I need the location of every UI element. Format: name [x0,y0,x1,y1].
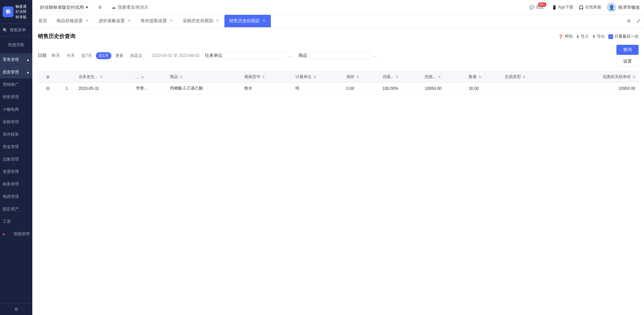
module-selector[interactable]: 好业财标准版交付试用 ▾ [36,3,92,12]
sidebar-item-ecommerce[interactable]: 电商管理 [0,190,32,203]
export-button[interactable]: ⬆ 导出 [592,34,605,39]
col-discount1[interactable]: 优惠... ⇅ [379,71,422,83]
message-button[interactable]: 💬 消息 99+ [529,4,544,10]
mobile-icon: 📱 [552,5,557,10]
sidebar-item-ecommerce-small[interactable]: 小畅电商 [0,103,32,116]
sidebar-item-label: 总账管理 [3,156,19,162]
col-price[interactable]: 报价 ⇅ [343,71,379,83]
date-option-last7[interactable]: 近7天 [79,52,95,59]
date-option-custom[interactable]: 自定义 [128,52,145,59]
date-option-today[interactable]: 今天 [64,52,77,59]
row-gear-cell[interactable]: ⚙ [38,83,59,94]
sort-icon: ⇅ [262,75,265,79]
sidebar: 畅 畅捷通好业财 标准版 🔍 搜索菜单 快捷导航 零售管理 ▲ 批发管理 ▲ 营… [0,0,32,315]
only-last-checkbox[interactable]: ✓ [608,34,613,39]
col-gear[interactable]: ⚙ [38,71,59,83]
customer-filter-input-wrap: ... [225,51,293,60]
page-title: 销售历史价查询 [38,33,75,40]
settings-icon[interactable]: ⚙ [14,307,18,312]
customer-more-button[interactable]: ... [287,53,293,59]
tab-home[interactable]: 首页 [34,15,52,28]
help-button[interactable]: ❓ 帮助 [558,34,573,39]
product-filter-group: 商品 ... [298,51,378,60]
product-input[interactable] [310,51,370,60]
filter-settings-button[interactable]: 设置 [616,56,639,66]
only-last-checkbox-label[interactable]: ✓ 只看最后一次 [608,34,639,39]
message-icon: 💬 [529,5,534,10]
sidebar-item-payroll[interactable]: 工资 [0,215,32,228]
sidebar-item-invoice[interactable]: 发票管理 [0,166,32,178]
topbar-settings-button[interactable]: ⚙ [95,3,105,12]
col-more[interactable]: ... ⇅ [133,71,167,83]
sidebar-item-tax[interactable]: 税务管理 [0,178,32,190]
topbar-right: 💬 消息 99+ 📱 App下载 🎧 在线客服 👤 徐泽华修改 [529,3,640,12]
app-logo-icon: 畅 [3,6,13,17]
product-more-button[interactable]: ... [372,53,378,59]
module-selector-text: 好业财标准版交付试用 [40,4,84,10]
sidebar-search[interactable]: 🔍 搜索菜单 [0,24,32,37]
sidebar-item-retail[interactable]: 零售管理 ▲ [0,54,32,66]
sidebar-item-assets[interactable]: 固定资产 [0,203,32,215]
sidebar-item-quicknav[interactable]: 快捷导航 [0,39,32,50]
app-logo-text: 畅捷通好业财 标准版 [15,4,30,20]
sidebar-item-label: 电商管理 [3,194,19,200]
col-discount2[interactable]: 优惠... ⇅ [421,71,465,83]
sort-icon: ⇅ [523,75,525,79]
tab-close-window-button[interactable]: ✕ [624,16,633,26]
page-actions: ❓ 帮助 ⬇ 导入 ⬆ 导出 ✓ 只看最后一次 [558,34,639,39]
sidebar-item-finance[interactable]: 资金管理 [0,141,32,153]
tab-close-purchase-history[interactable]: ✕ [215,18,220,23]
sidebar-item-sales[interactable]: 销售管理 [0,91,32,103]
tab-product-price[interactable]: 商品价格设置 ✕ [52,15,94,28]
date-option-last1m[interactable]: 近1月 [96,52,112,59]
sidebar-item-ledger[interactable]: 总账管理 [0,153,32,166]
date-option-more[interactable]: 更多 [113,52,126,59]
sidebar-item-label: 固定资产 [3,206,19,212]
app-download-button[interactable]: 📱 App下载 [552,4,573,10]
user-menu[interactable]: 👤 徐泽华修改 [607,3,640,12]
sort-icon: ⇅ [438,75,441,79]
row-discount2-cell: 10950.00 [421,83,465,94]
date-range-text: 2023-05-02 至 2023-06-02 [152,53,199,59]
tab-price-extract[interactable]: 售价提取设置 ✕ [136,15,178,28]
tab-close-product-price[interactable]: ✕ [85,18,89,23]
sidebar-item-marketing[interactable]: 营销推广 [0,78,32,91]
row-gear-icon[interactable]: ⚙ [46,86,50,91]
customer-input[interactable] [225,51,286,60]
sidebar-item-purchase[interactable]: 采购管理 [0,116,32,128]
sidebar-item-inventory[interactable]: 库存核算 [0,128,32,141]
tab-maximize-button[interactable]: ⤢ [634,16,643,26]
help-icon: ❓ [558,34,563,39]
col-qty[interactable]: 数量 ⇅ [465,71,501,83]
customer-service-button[interactable]: 🎧 在线客服 [579,4,601,10]
sidebar-item-wholesale[interactable]: 批发管理 ▲ [0,66,32,78]
main-area: 好业财标准版交付试用 ▾ ⚙ ☁ 我要看实例演示 💬 消息 99+ 📱 App下… [32,0,644,315]
tab-close-purchase-strategy[interactable]: ✕ [127,18,131,23]
col-date[interactable]: 业务发生... ⇅ [75,71,132,83]
col-pretax-price[interactable]: 优惠前无税单价 ⇅ [565,71,639,83]
table-header-row: ⚙ 业务发生... ⇅ ... ⇅ 商品 ⇅ [38,71,639,83]
export-icon: ⬆ [592,34,596,39]
sidebar-bottom[interactable]: ⚙ [0,303,32,315]
sort-icon: ⇅ [396,75,398,79]
row-more-cell: 华查... [133,83,167,94]
col-unit[interactable]: 计量单位 ⇅ [292,71,343,83]
col-trans-type[interactable]: 交易类型 ⇅ [501,71,552,83]
date-option-yesterday[interactable]: 昨天 [49,52,63,59]
row-unit-cell: 吨 [292,83,343,94]
col-product[interactable]: 商品 ⇅ [167,71,241,83]
col-spec[interactable]: 规格型号 ⇅ [241,71,292,83]
tab-close-price-extract[interactable]: ✕ [169,18,173,23]
headset-icon: 🎧 [579,5,584,10]
query-button[interactable]: 查询 [616,45,639,55]
tab-close-sales-history[interactable]: ✕ [262,18,266,23]
sidebar-quick-nav[interactable]: 快捷导航 [0,37,32,54]
import-button[interactable]: ⬇ 导入 [576,34,589,39]
table-row: ⚙ 1 2023-05-31 华查... 丙烯酸-2-乙基己酯 散水 吨 0.0… [38,83,639,94]
sidebar-item-smart[interactable]: 智能管理 [0,228,32,240]
tab-purchase-history[interactable]: 采购历史价跟踪 ✕ [178,15,224,28]
tab-sales-history[interactable]: 销售历史价跟踪 ✕ [224,15,271,28]
tab-purchase-strategy[interactable]: 进价策略设置 ✕ [94,15,136,28]
notification-dot [3,233,5,235]
demo-link[interactable]: ☁ 我要看实例演示 [111,4,148,10]
